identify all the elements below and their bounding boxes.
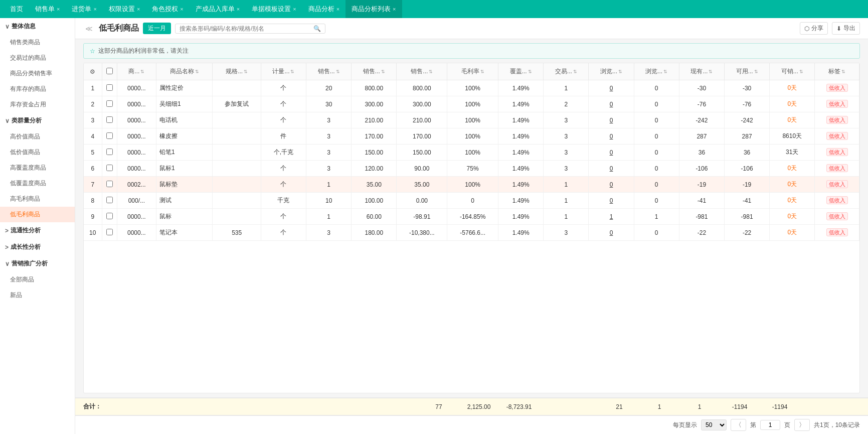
sidebar-group-overall[interactable]: ∨ 整体信息 — [0, 18, 75, 35]
nav-permissions[interactable]: 权限设置 × — [103, 0, 146, 18]
row-name[interactable]: 属性定价 — [156, 80, 213, 96]
row-name[interactable]: 鼠标1 — [156, 161, 213, 177]
close-icon[interactable]: × — [57, 6, 60, 12]
time-filter-button[interactable]: 近一月 — [143, 23, 171, 34]
nav-sales[interactable]: 销售单 × — [29, 0, 66, 18]
col-current[interactable]: 现有...⇅ — [679, 63, 724, 80]
sidebar-item-category-rate[interactable]: 商品分类销售率 — [0, 66, 75, 81]
nav-product-analysis-list[interactable]: 商品分析列表 × — [345, 0, 402, 18]
col-margin[interactable]: 毛利率⇅ — [447, 63, 498, 80]
row-browse1[interactable]: 0 — [589, 161, 634, 177]
nav-product-entry[interactable]: 产成品入库单 × — [190, 0, 246, 18]
row-checkbox[interactable] — [102, 128, 117, 144]
row-browse1[interactable]: 0 — [589, 177, 634, 193]
close-icon[interactable]: × — [93, 6, 96, 12]
per-page-select[interactable]: 50 100 200 — [701, 419, 727, 430]
col-sales3[interactable]: 销售...⇅ — [397, 63, 447, 80]
row-checkbox[interactable] — [102, 80, 117, 96]
col-checkbox[interactable] — [102, 63, 117, 80]
row-name[interactable]: 橡皮擦 — [156, 128, 213, 144]
sidebar-item-high-value[interactable]: 高价值商品 — [0, 129, 75, 144]
row-checkbox[interactable] — [102, 177, 117, 193]
table-row: 5 0000... 铅笔1 个,千克 3 150.00 150.00 100% … — [84, 144, 859, 161]
next-page-button[interactable]: 〉 — [794, 419, 810, 431]
row-checkbox[interactable] — [102, 112, 117, 128]
row-tag: 低收入 — [815, 209, 859, 225]
sidebar-collapse-button[interactable]: ≪ — [83, 23, 95, 35]
total-label: 合计： — [83, 402, 113, 411]
close-icon[interactable]: × — [336, 6, 339, 12]
sidebar-item-low-coverage[interactable]: 低覆盖度商品 — [0, 176, 75, 191]
row-browse1[interactable]: 1 — [589, 209, 634, 225]
row-browse1[interactable]: 0 — [589, 225, 634, 241]
row-checkbox[interactable] — [102, 144, 117, 161]
nav-role-auth[interactable]: 角色授权 × — [146, 0, 189, 18]
sidebar-group-marketing[interactable]: ∨ 营销推广分析 — [0, 255, 75, 272]
col-saleable[interactable]: 可销...⇅ — [770, 63, 815, 80]
close-icon[interactable]: × — [180, 6, 183, 12]
row-name[interactable]: 笔记本 — [156, 225, 213, 241]
nav-product-analysis[interactable]: 商品分析 × — [302, 0, 345, 18]
row-name[interactable]: 鼠标垫 — [156, 177, 213, 193]
row-name[interactable]: 电话机 — [156, 112, 213, 128]
sidebar-item-traded-goods[interactable]: 交易过的商品 — [0, 50, 75, 66]
info-icon: ☆ — [90, 48, 95, 55]
sidebar-item-all-goods[interactable]: 全部商品 — [0, 272, 75, 287]
col-name[interactable]: 商品名称⇅ — [156, 63, 213, 80]
row-name[interactable]: 鼠标 — [156, 209, 213, 225]
sidebar-group-growth[interactable]: > 成长性分析 — [0, 239, 75, 255]
col-trade[interactable]: 交易...⇅ — [544, 63, 589, 80]
row-browse1[interactable]: 0 — [589, 80, 634, 96]
search-box[interactable]: 🔍 — [175, 24, 325, 34]
row-name[interactable]: 吴细细1 — [156, 96, 213, 112]
sidebar-item-high-coverage[interactable]: 高覆盖度商品 — [0, 160, 75, 176]
row-checkbox[interactable] — [102, 209, 117, 225]
sidebar-group-flow[interactable]: > 流通性分析 — [0, 222, 75, 239]
col-spec[interactable]: 规格...⇅ — [213, 63, 261, 80]
share-button[interactable]: ⬡ 分享 — [800, 22, 828, 35]
col-unit[interactable]: 计量...⇅ — [261, 63, 306, 80]
sidebar-item-new-goods[interactable]: 新品 — [0, 287, 75, 303]
row-browse1[interactable]: 0 — [589, 96, 634, 112]
col-available[interactable]: 可用...⇅ — [724, 63, 769, 80]
col-settings[interactable]: ⚙ — [84, 63, 102, 80]
search-input[interactable] — [180, 25, 313, 32]
col-sales1[interactable]: 销售...⇅ — [306, 63, 352, 80]
sidebar-item-stock-capital[interactable]: 库存资金占用 — [0, 97, 75, 112]
row-checkbox[interactable] — [102, 193, 117, 209]
nav-home[interactable]: 首页 — [4, 0, 29, 18]
col-browse1[interactable]: 浏览...⇅ — [589, 63, 634, 80]
row-name[interactable]: 测试 — [156, 193, 213, 209]
nav-purchase[interactable]: 进货单 × — [66, 0, 102, 18]
row-browse1[interactable]: 0 — [589, 112, 634, 128]
row-checkbox[interactable] — [102, 161, 117, 177]
col-browse2[interactable]: 浏览...⇅ — [634, 63, 679, 80]
row-name[interactable]: 铅笔1 — [156, 144, 213, 161]
col-tag[interactable]: 标签⇅ — [815, 63, 859, 80]
sidebar-item-high-margin[interactable]: 高毛利商品 — [0, 191, 75, 207]
nav-template-settings[interactable]: 单据模板设置 × — [246, 0, 302, 18]
row-checkbox[interactable] — [102, 96, 117, 112]
close-icon[interactable]: × — [237, 6, 240, 12]
close-icon[interactable]: × — [293, 6, 296, 12]
close-icon[interactable]: × — [137, 6, 140, 12]
col-sales2[interactable]: 销售...⇅ — [352, 63, 397, 80]
sidebar-group-cluster[interactable]: ∨ 类群量分析 — [0, 112, 75, 129]
search-icon[interactable]: 🔍 — [313, 25, 321, 32]
row-saleable: 31天 — [770, 144, 815, 161]
close-icon[interactable]: × — [393, 6, 396, 12]
select-all-checkbox[interactable] — [106, 68, 113, 74]
row-browse1[interactable]: 0 — [589, 193, 634, 209]
export-button[interactable]: ⬇ 导出 — [832, 22, 860, 35]
sidebar-item-low-margin[interactable]: 低毛利商品 — [0, 207, 75, 222]
col-coverage[interactable]: 覆盖...⇅ — [498, 63, 544, 80]
sidebar-item-low-value[interactable]: 低价值商品 — [0, 144, 75, 160]
prev-page-button[interactable]: 〈 — [731, 419, 746, 431]
row-browse1[interactable]: 0 — [589, 128, 634, 144]
sidebar-item-sales-goods[interactable]: 销售类商品 — [0, 35, 75, 50]
sidebar-item-stock-goods[interactable]: 有库存的商品 — [0, 81, 75, 97]
col-code[interactable]: 商...⇅ — [117, 63, 156, 80]
page-number-input[interactable] — [760, 420, 780, 430]
row-checkbox[interactable] — [102, 225, 117, 241]
row-browse1[interactable]: 0 — [589, 144, 634, 161]
